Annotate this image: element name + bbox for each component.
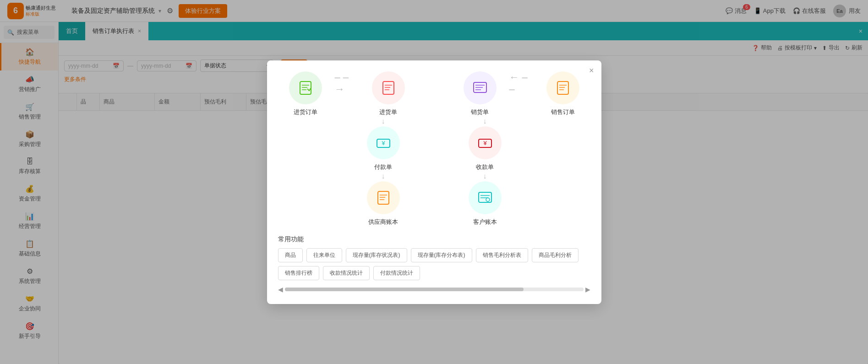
- node-payment-label: 付款单: [374, 163, 392, 171]
- func-btns-row1: 商品 往来单位 现存量(库存状况表) 现存量(库存分布表) 销售毛利分析表 商品…: [278, 248, 590, 262]
- node-purchase-order-label: 进货订单: [294, 108, 317, 116]
- svg-rect-0: [300, 81, 311, 94]
- func-btn-goods-gross-analysis[interactable]: 商品毛利分析: [532, 248, 579, 262]
- node-purchase-bill-label: 进货单: [379, 108, 397, 116]
- node-supplier-ledger-label: 供应商账本: [368, 218, 398, 226]
- func-btn-inventory-status[interactable]: 现存量(库存状况表): [346, 248, 407, 262]
- spacer-r23-a: [333, 171, 356, 181]
- func-btns-row2: 销售排行榜 收款情况统计 付款情况统计: [278, 266, 590, 280]
- spacer-right: [535, 116, 590, 126]
- node-receipt[interactable]: ¥ 收款单: [458, 126, 513, 171]
- supplier-ledger-icon: [367, 181, 400, 214]
- guide-modal: × 进货订单 – – →: [267, 60, 601, 304]
- node-sales-bill-label: 销货单: [471, 108, 489, 116]
- spacer2: [411, 116, 458, 126]
- scroll-thumb[interactable]: [285, 288, 524, 291]
- arrow-down-sales-bill: ↓: [458, 117, 513, 125]
- modal-close-btn[interactable]: ×: [589, 66, 594, 76]
- svg-text:¥: ¥: [381, 140, 385, 147]
- func-btn-inventory-dist[interactable]: 现存量(库存分布表): [411, 248, 472, 262]
- node-payment[interactable]: ¥ 付款单: [356, 126, 411, 171]
- node-customer-ledger-label: 客户账本: [473, 218, 497, 226]
- scroll-left-icon[interactable]: ◀: [278, 286, 283, 293]
- func-btn-goods[interactable]: 商品: [278, 248, 303, 262]
- flow-diagram: 进货订单 – – → 进货单: [278, 71, 590, 226]
- purchase-order-icon: [289, 71, 322, 104]
- sales-bill-icon: [464, 71, 497, 104]
- node-receipt-label: 收款单: [476, 163, 494, 171]
- arrow-down-purchase-bill: ↓: [356, 117, 411, 125]
- arrow-down-payment: ↓: [356, 172, 411, 180]
- func-btn-receipt-stats[interactable]: 收款情况统计: [323, 266, 370, 280]
- svg-point-27: [486, 198, 490, 201]
- spacer-left: [278, 116, 333, 126]
- modal-scrollbar: ◀ ▶: [278, 286, 590, 293]
- spacer-arrow-h: [333, 116, 356, 126]
- svg-rect-4: [383, 81, 394, 94]
- payment-icon: ¥: [367, 126, 400, 159]
- arrow-sales-order-to-bill: ← – –: [508, 71, 535, 107]
- node-sales-bill[interactable]: 销货单: [453, 71, 508, 116]
- scroll-track: [285, 288, 584, 291]
- spacer-arrow-h2: [513, 116, 535, 126]
- func-btn-sales-gross-analysis[interactable]: 销售毛利分析表: [476, 248, 528, 262]
- scroll-right-icon[interactable]: ▶: [585, 286, 590, 293]
- node-supplier-ledger[interactable]: 供应商账本: [356, 181, 411, 226]
- node-purchase-bill[interactable]: 进货单: [361, 71, 416, 116]
- spacer4: [411, 171, 458, 181]
- spacer-r23-l: [278, 171, 333, 181]
- func-btn-partners[interactable]: 往来单位: [306, 248, 342, 262]
- common-func-title: 常用功能: [278, 235, 590, 244]
- purchase-bill-icon: [372, 71, 405, 104]
- node-sales-order[interactable]: 销售订单: [535, 71, 590, 116]
- spacer-r23-r: [513, 171, 535, 181]
- node-sales-order-label: 销售订单: [551, 108, 575, 116]
- node-purchase-order[interactable]: 进货订单: [278, 71, 333, 116]
- common-func: 常用功能 商品 往来单位 现存量(库存状况表) 现存量(库存分布表) 销售毛利分…: [278, 235, 590, 280]
- customer-ledger-icon: [469, 181, 502, 214]
- sales-order-icon: [546, 71, 579, 104]
- arrow-down-receipt: ↓: [458, 172, 513, 180]
- node-customer-ledger[interactable]: 客户账本: [458, 181, 513, 226]
- spacer-r23-r2: [535, 171, 590, 181]
- arrow-purchase-to-bill: – – →: [333, 71, 361, 107]
- svg-text:¥: ¥: [483, 140, 487, 147]
- svg-rect-12: [557, 81, 568, 94]
- receipt-icon: ¥: [469, 126, 502, 159]
- svg-rect-20: [378, 191, 389, 204]
- overlay[interactable]: × 进货订单 – – →: [0, 0, 868, 364]
- func-btn-sales-ranking[interactable]: 销售排行榜: [278, 266, 319, 280]
- func-btn-payment-stats[interactable]: 付款情况统计: [373, 266, 420, 280]
